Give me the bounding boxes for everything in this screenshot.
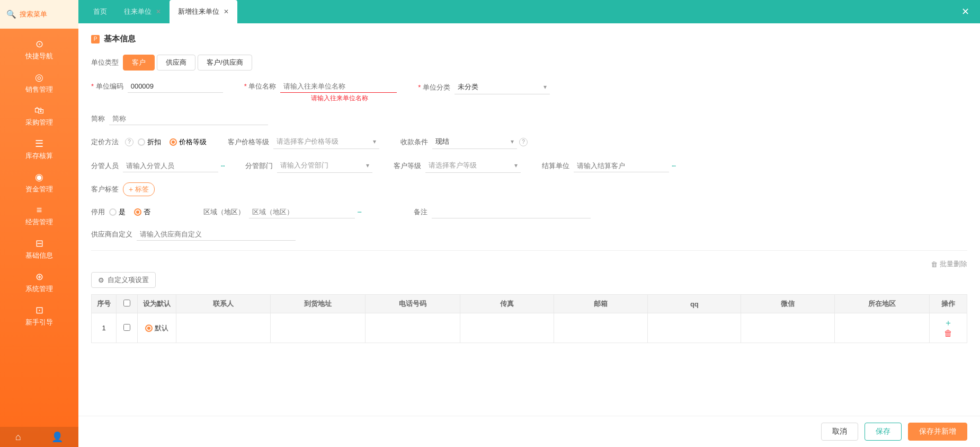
- row-address[interactable]: [271, 313, 366, 343]
- radio-discount-circle: [138, 138, 145, 146]
- row-email-input[interactable]: [559, 324, 642, 332]
- payment-terms-select[interactable]: 现结 ▾: [432, 135, 517, 149]
- col-seq: 序号: [92, 295, 117, 313]
- custom-settings-button[interactable]: ⚙ 自定义项设置: [91, 272, 156, 288]
- region-more-btn[interactable]: ···: [357, 207, 361, 217]
- row-phone-input[interactable]: [371, 324, 455, 332]
- pricing-help-icon[interactable]: ?: [125, 138, 133, 146]
- sidebar-item-purchase[interactable]: 🛍 采购管理: [0, 100, 78, 133]
- region-input[interactable]: [249, 206, 355, 218]
- batch-delete-button[interactable]: 🗑 批量删除: [931, 259, 967, 269]
- unit-category-label: 单位分类: [418, 83, 450, 92]
- row-add-button[interactable]: ＋: [942, 318, 955, 327]
- customer-price-level-select[interactable]: 请选择客户价格等级 ▾: [273, 135, 379, 149]
- short-name-input[interactable]: [109, 112, 268, 125]
- sidebar-item-label: 资金管理: [25, 185, 53, 194]
- select-all-checkbox[interactable]: [123, 300, 130, 306]
- sidebar-item-finance[interactable]: ◉ 资金管理: [0, 166, 78, 199]
- row-wechat[interactable]: [741, 313, 835, 343]
- unit-type-row: 单位类型 客户 供应商 客户/供应商: [91, 55, 967, 71]
- sidebar-item-sys-mgmt[interactable]: ⊛ 系统管理: [0, 266, 78, 299]
- row-address-input[interactable]: [276, 324, 360, 332]
- row-area[interactable]: [835, 313, 930, 343]
- section-title: 基本信息: [104, 34, 136, 44]
- save-button[interactable]: 保存: [865, 423, 902, 441]
- unit-name-error: 请输入往来单位名称: [311, 94, 368, 103]
- unit-code-input[interactable]: [128, 80, 223, 93]
- col-email: 邮箱: [554, 295, 648, 313]
- footer-actions: 取消 保存 保存并新增: [78, 416, 980, 447]
- type-btn-both[interactable]: 客户/供应商: [198, 55, 252, 71]
- sidebar-item-newbie[interactable]: ⊡ 新手引导: [0, 299, 78, 332]
- settlement-unit-input[interactable]: [574, 160, 669, 172]
- tags-row: 客户标签 + 标签: [91, 182, 967, 196]
- tab-new-partner[interactable]: 新增往来单位 ✕: [170, 0, 237, 23]
- row-qq-input[interactable]: [653, 324, 735, 332]
- supervisor-more-btn[interactable]: ···: [220, 161, 224, 171]
- tab-partner-close[interactable]: ✕: [156, 8, 161, 15]
- unit-category-select[interactable]: 未分类 ▾: [455, 80, 550, 94]
- radio-discount[interactable]: 折扣: [138, 137, 161, 147]
- sidebar-item-sales[interactable]: ◎ 销售管理: [0, 66, 78, 100]
- row-default-radio-circle: [145, 325, 153, 332]
- purchase-icon: 🛍: [34, 105, 44, 116]
- sidebar-bottom: ⌂ 👤: [0, 427, 78, 447]
- row-default-radio[interactable]: 默认: [143, 323, 171, 333]
- short-name-row: 简称: [91, 112, 967, 125]
- unit-code-label: 单位编码: [91, 82, 123, 91]
- sidebar-home-button[interactable]: ⌂: [15, 432, 21, 443]
- row-area-input[interactable]: [840, 324, 924, 332]
- unit-category-value: 未分类: [458, 82, 544, 92]
- row-phone[interactable]: [366, 313, 460, 343]
- customer-level-select[interactable]: 请选择客户等级 ▾: [425, 159, 521, 173]
- settlement-unit-more-btn[interactable]: ···: [671, 161, 675, 171]
- tab-home[interactable]: 首页: [85, 0, 115, 23]
- search-menu-button[interactable]: 🔍 搜索菜单: [0, 5, 78, 23]
- save-and-new-button[interactable]: 保存并新增: [908, 423, 967, 441]
- tab-partner[interactable]: 往来单位 ✕: [115, 0, 170, 23]
- radio-price-level-label: 价格等级: [179, 137, 207, 147]
- unit-name-input[interactable]: [280, 80, 397, 93]
- tab-new-partner-close[interactable]: ✕: [224, 8, 229, 15]
- sidebar-item-inventory[interactable]: ☰ 库存核算: [0, 133, 78, 166]
- row-checkbox[interactable]: [123, 324, 130, 331]
- department-select[interactable]: 请输入分管部门 ▾: [277, 159, 372, 173]
- row-contact-input[interactable]: [182, 324, 265, 332]
- radio-no[interactable]: 否: [134, 207, 150, 217]
- col-checkbox: [117, 295, 138, 313]
- row-fax[interactable]: [460, 313, 554, 343]
- add-tag-button[interactable]: + 标签: [123, 182, 155, 196]
- tab-home-label: 首页: [93, 7, 107, 16]
- col-area: 所在地区: [835, 295, 930, 313]
- search-menu-label: 搜索菜单: [20, 10, 47, 19]
- type-btn-supplier[interactable]: 供应商: [157, 55, 195, 71]
- supervisor-row: 分管人员 ··· 分管部门 请输入分管部门 ▾ 客户等级 请选择客户等级 ▾ 结…: [91, 159, 967, 173]
- sidebar-item-basic-info[interactable]: ⊟ 基础信息: [0, 232, 78, 266]
- supplier-custom-input[interactable]: [137, 228, 296, 241]
- cancel-button[interactable]: 取消: [821, 423, 858, 441]
- row-fax-input[interactable]: [466, 324, 548, 332]
- basic-info-icon: ⊟: [35, 238, 43, 249]
- supplier-custom-group: 供应商自定义: [91, 228, 296, 241]
- row-email[interactable]: [554, 313, 648, 343]
- row-wechat-input[interactable]: [746, 324, 829, 332]
- row-delete-button[interactable]: 🗑: [942, 329, 955, 338]
- radio-price-level[interactable]: 价格等级: [170, 137, 207, 147]
- row-contact[interactable]: [176, 313, 271, 343]
- row-default: 默认: [138, 313, 176, 343]
- row-qq[interactable]: [648, 313, 741, 343]
- sidebar-user-button[interactable]: 👤: [51, 431, 63, 443]
- tags-label: 客户标签: [91, 185, 119, 194]
- remark-input[interactable]: [432, 206, 591, 218]
- radio-yes[interactable]: 是: [109, 207, 126, 217]
- payment-terms-help-icon[interactable]: ?: [519, 138, 528, 146]
- supervisor-input[interactable]: [123, 160, 218, 172]
- customer-level-label: 客户等级: [394, 161, 421, 171]
- unit-type-buttons: 客户 供应商 客户/供应商: [123, 55, 252, 71]
- supplier-custom-label: 供应商自定义: [91, 230, 132, 239]
- type-btn-customer[interactable]: 客户: [123, 55, 155, 71]
- sidebar-item-operations[interactable]: ≡ 经营管理: [0, 199, 78, 232]
- sidebar-item-quick-nav[interactable]: ⊙ 快捷导航: [0, 33, 78, 66]
- tabbar-close-all[interactable]: ✕: [957, 6, 974, 17]
- contact-table: 序号 设为默认 联系人 到货地址 电话号码 传真 邮箱 qq 微信 所在地区 操…: [91, 294, 967, 343]
